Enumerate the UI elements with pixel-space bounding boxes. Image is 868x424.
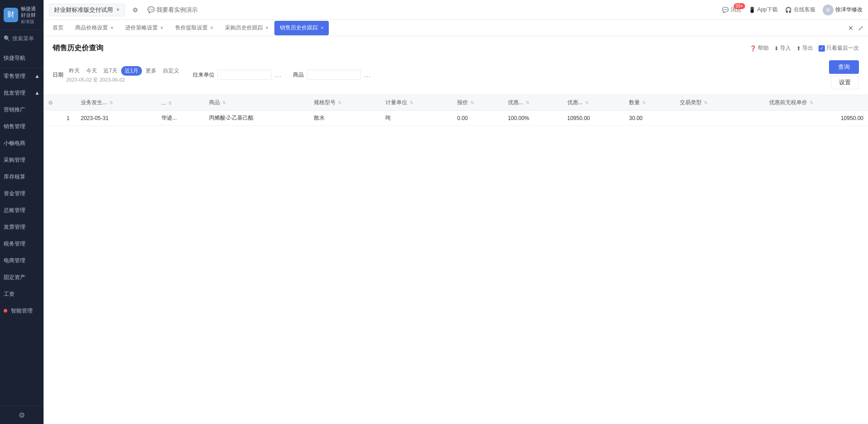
col-price-sort: ⇅ xyxy=(470,100,474,105)
date-range: 2023-05-02 至 2023-06-02 xyxy=(66,77,182,83)
online-service-button[interactable]: 🎧 在线客服 xyxy=(785,6,815,14)
col-header-gear[interactable]: ⚙ xyxy=(44,95,60,111)
sidebar-item-invoice[interactable]: 发票管理 xyxy=(0,219,44,236)
col-spec-sort: ⇅ xyxy=(338,100,341,105)
sidebar-item-tax[interactable]: 税务管理 xyxy=(0,236,44,252)
sidebar-item-ecommerce-small[interactable]: 小畅电商 xyxy=(0,135,44,152)
tax-label: 税务管理 xyxy=(4,240,25,248)
wholesale-arrow: ▲ xyxy=(34,90,40,96)
tab-price-setting-close[interactable]: × xyxy=(111,25,113,30)
page-content: 销售历史价查询 ❓ 帮助 ⬇ 导入 ⬆ 导出 ✓ 只看最后一次 xyxy=(44,36,868,424)
tab-price-setting[interactable]: 商品价格设置 × xyxy=(70,21,119,35)
message-button[interactable]: 💬 消息 99+ xyxy=(722,6,741,14)
row-discount2: 10950.00 xyxy=(567,115,590,121)
sidebar-item-retail[interactable]: 零售管理 ▲ xyxy=(0,68,44,85)
demo-link[interactable]: 💬 我要看实例演示 xyxy=(147,6,198,14)
row-pretax-price: 10950.00 xyxy=(841,115,863,121)
only-last-checkbox[interactable]: ✓ 只看最后一次 xyxy=(819,44,859,52)
data-table: ⚙ 业务发生... ⇅ ... ⇅ 商品 ⇅ xyxy=(44,95,868,126)
smart-label: 智能管理 xyxy=(11,307,33,315)
sidebar: 财 畅捷通好业财 标准版 🔍 搜索菜单 快捷导航 零售管理 ▲ 批发管理 ▲ 营… xyxy=(0,0,44,424)
import-link[interactable]: ⬇ 导入 xyxy=(774,44,791,52)
user-menu[interactable]: 徐 徐泽华修改 xyxy=(823,5,863,15)
col-header-discount1[interactable]: 优惠... ⇅ xyxy=(503,95,563,111)
col-header-spec[interactable]: 规格型号 ⇅ xyxy=(309,95,381,111)
marketing-label: 营销推广 xyxy=(4,106,25,114)
goods-input[interactable] xyxy=(307,70,361,80)
col-header-goods[interactable]: 商品 ⇅ xyxy=(205,95,309,111)
origin-unit-dots[interactable]: ... xyxy=(274,71,282,79)
query-button[interactable]: 查询 xyxy=(829,60,859,74)
tab-sales-history[interactable]: 销售历史价跟踪 × xyxy=(274,21,329,35)
sidebar-item-smart[interactable]: 智能管理 xyxy=(0,303,44,319)
purchase-label: 采购管理 xyxy=(4,156,25,164)
cell-gear xyxy=(44,111,60,126)
tab-expand-button[interactable]: ⤢ xyxy=(857,24,864,33)
date-filter-group: 日期 昨天 今天 近7天 近1月 更多 自定义 2023-05-02 至 202… xyxy=(53,66,182,83)
tab-purchase-strategy[interactable]: 进价策略设置 × xyxy=(120,21,169,35)
col-discount2-sort: ⇅ xyxy=(585,100,589,105)
sidebar-item-sales[interactable]: 销售管理 xyxy=(0,118,44,135)
tab-sale-extract[interactable]: 售价提取设置 × xyxy=(170,21,219,35)
date-option-yesterday[interactable]: 昨天 xyxy=(66,66,83,76)
export-link[interactable]: ⬆ 导出 xyxy=(796,44,813,52)
app-download-button[interactable]: 📱 App下载 xyxy=(749,6,778,14)
goods-dots[interactable]: ... xyxy=(364,71,371,79)
col-header-price[interactable]: 报价 ⇅ xyxy=(453,95,503,111)
sidebar-item-fixed-assets[interactable]: 固定资产 xyxy=(0,269,44,286)
sidebar-item-ledger[interactable]: 总账管理 xyxy=(0,202,44,219)
cell-num: 1 xyxy=(60,111,76,126)
sidebar-bottom: ⚙ xyxy=(0,406,44,424)
date-option-last1month[interactable]: 近1月 xyxy=(121,66,142,76)
date-option-today[interactable]: 今天 xyxy=(83,66,100,76)
col-header-more[interactable]: ... ⇅ xyxy=(157,95,205,111)
sidebar-item-ecommerce[interactable]: 电商管理 xyxy=(0,252,44,269)
sidebar-search[interactable]: 🔍 搜索菜单 xyxy=(0,30,44,47)
sidebar-item-marketing[interactable]: 营销推广 xyxy=(0,101,44,118)
tab-close-all-button[interactable]: ✕ xyxy=(847,24,854,33)
version-text: 好业财标准版交付试用 xyxy=(54,6,113,14)
filter-bar: 日期 昨天 今天 近7天 近1月 更多 自定义 2023-05-02 至 202… xyxy=(44,57,868,95)
date-option-last7[interactable]: 近7天 xyxy=(101,66,120,76)
tab-home-label: 首页 xyxy=(53,24,63,32)
tab-purchase-history[interactable]: 采购历史价跟踪 × xyxy=(219,21,274,35)
tab-home[interactable]: 首页 xyxy=(47,21,69,35)
cell-biz-date: 2023-05-31 xyxy=(76,111,157,126)
tab-purchase-strategy-close[interactable]: × xyxy=(161,25,163,30)
col-discount1-label: 优惠... xyxy=(508,99,523,106)
col-header-num xyxy=(60,95,76,111)
logo-icon: 财 xyxy=(4,8,18,22)
col-header-quantity[interactable]: 数量 ⇅ xyxy=(624,95,675,111)
topbar-gear-icon[interactable]: ⚙ xyxy=(132,6,138,14)
setting-button[interactable]: 设置 xyxy=(831,76,859,89)
col-header-unit[interactable]: 计量单位 ⇅ xyxy=(381,95,453,111)
tab-price-setting-label: 商品价格设置 xyxy=(75,24,108,32)
help-link[interactable]: ❓ 帮助 xyxy=(750,44,769,52)
settings-gear-icon[interactable]: ⚙ xyxy=(19,411,25,419)
tab-sales-history-close[interactable]: × xyxy=(321,25,323,30)
username: 徐泽华修改 xyxy=(835,6,863,14)
version-selector[interactable]: 好业财标准版交付试用 ▼ xyxy=(49,4,125,16)
sidebar-item-purchase[interactable]: 采购管理 xyxy=(0,152,44,169)
sidebar-item-quick-nav[interactable]: 快捷导航 xyxy=(0,50,44,67)
col-header-pretax-price[interactable]: 优惠前无税单价 ⇅ xyxy=(765,95,868,111)
origin-unit-input[interactable] xyxy=(217,70,272,80)
table-row: 1 2023-05-31 华迹... 丙烯酸-2-乙基己酯 散水 xyxy=(44,111,868,126)
sidebar-item-inventory[interactable]: 库存核算 xyxy=(0,169,44,185)
col-pretax-price-label: 优惠前无税单价 xyxy=(769,99,807,106)
tab-purchase-history-close[interactable]: × xyxy=(266,25,268,30)
col-spec-label: 规格型号 xyxy=(314,99,336,106)
sidebar-item-finance[interactable]: 资金管理 xyxy=(0,185,44,202)
date-option-custom[interactable]: 自定义 xyxy=(160,66,182,76)
col-gear-icon[interactable]: ⚙ xyxy=(48,100,53,106)
cell-unit: 吨 xyxy=(381,111,453,126)
sidebar-item-salary[interactable]: 工资 xyxy=(0,286,44,303)
sidebar-item-wholesale[interactable]: 批发管理 ▲ xyxy=(0,85,44,101)
tab-sale-extract-close[interactable]: × xyxy=(210,25,213,30)
date-option-more[interactable]: 更多 xyxy=(143,66,159,76)
col-header-discount2[interactable]: 优惠... ⇅ xyxy=(563,95,624,111)
col-header-trade-type[interactable]: 交易类型 ⇅ xyxy=(675,95,747,111)
message-badge: 99+ xyxy=(734,3,745,9)
col-more-sort: ⇅ xyxy=(168,101,172,106)
col-header-biz-date[interactable]: 业务发生... ⇅ xyxy=(76,95,157,111)
